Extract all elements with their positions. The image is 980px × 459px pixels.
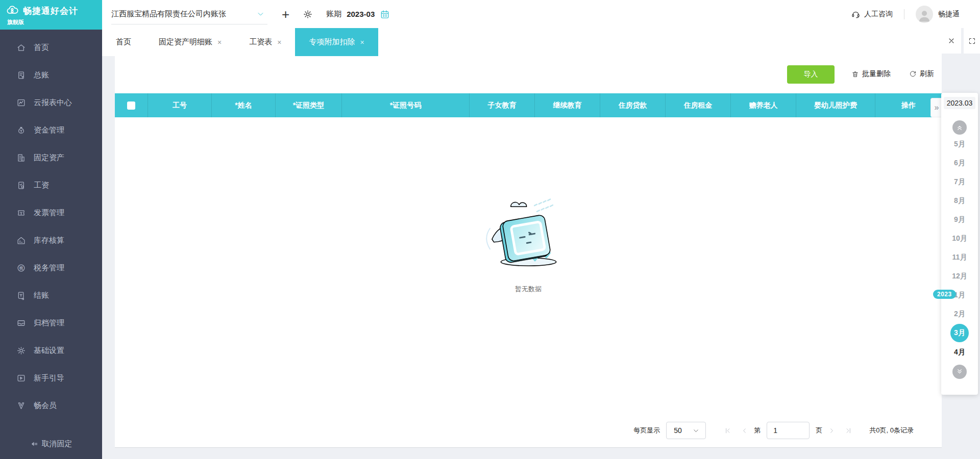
page-prefix: 第 [754, 426, 761, 435]
collapse-left-icon [30, 440, 39, 448]
records-summary: 共0页, 0条记录 [869, 426, 914, 435]
per-page-label: 每页显示 [633, 426, 660, 435]
column-header: 子女教育 [470, 93, 535, 117]
sidebar-item-guide[interactable]: 新手引导 [0, 364, 102, 392]
archive-icon [16, 318, 26, 328]
month-item[interactable]: 9月 [949, 210, 970, 229]
sidebar-item-label: 固定资产 [34, 153, 64, 163]
home-icon [16, 43, 26, 53]
support-link[interactable]: 人工咨询 [851, 9, 893, 19]
sidebar-item-home[interactable]: 首页 [0, 34, 102, 61]
accounting-period: 账期 2023-03 [326, 9, 390, 19]
tab-label: 首页 [116, 37, 131, 47]
unpin-sidebar-button[interactable]: 取消固定 [0, 434, 102, 454]
sidebar: 畅捷通好会计 旗舰版 首页总账云报表中心资金管理固定资产工资发票管理库存核算税税… [0, 0, 102, 459]
date-panel: 2023.03 5月6月7月8月9月10月11月12月1月2月3月4月 2023 [941, 93, 978, 395]
gear-icon[interactable] [303, 9, 313, 19]
tab-payroll-sheet[interactable]: 工资表× [235, 28, 295, 56]
per-page-select[interactable]: 50 [666, 422, 706, 439]
divider [904, 9, 904, 19]
column-header: *证照类型 [276, 93, 342, 117]
prev-page-button[interactable] [741, 427, 748, 435]
svg-text:税: 税 [19, 266, 23, 270]
close-tab-icon[interactable]: × [360, 38, 364, 46]
date-panel-collapse-button[interactable]: » [930, 98, 942, 117]
refresh-icon [909, 70, 917, 78]
close-tab-icon[interactable]: × [217, 38, 222, 46]
sidebar-menu: 首页总账云报表中心资金管理固定资产工资发票管理库存核算税税务管理结账归档管理基础… [0, 30, 102, 419]
last-page-button[interactable] [845, 427, 852, 435]
support-label: 人工咨询 [864, 10, 893, 19]
sidebar-item-tax[interactable]: 税税务管理 [0, 254, 102, 282]
sidebar-item-label: 发票管理 [34, 208, 64, 218]
column-header: 婴幼儿照护费 [796, 93, 875, 117]
column-header: 赡养老人 [731, 93, 796, 117]
refresh-label: 刷新 [920, 69, 934, 79]
select-all-header-cell [115, 93, 148, 117]
closing-icon [16, 291, 26, 300]
sidebar-item-funds[interactable]: 资金管理 [0, 116, 102, 144]
tabs-strip: 首页固定资产明细账×工资表×专项附加扣除× [102, 28, 942, 56]
tab-label: 专项附加扣除 [309, 37, 355, 47]
sidebar-item-label: 归档管理 [34, 318, 64, 328]
username: 畅捷通 [938, 10, 960, 19]
app-logo: 畅捷通好会计 旗舰版 [0, 0, 102, 30]
company-selector[interactable]: 江西服宝精品有限责任公司内账张 [111, 0, 267, 28]
first-page-button[interactable] [724, 427, 731, 435]
invoice-icon [16, 208, 26, 218]
page-number-input[interactable] [767, 422, 810, 439]
tab-special-deduction[interactable]: 专项附加扣除× [295, 28, 378, 56]
brand-name: 畅捷通好会计 [23, 5, 78, 17]
month-item[interactable]: 7月 [949, 172, 970, 191]
month-item[interactable]: 5月 [949, 135, 970, 154]
tab-home[interactable]: 首页 [102, 28, 145, 56]
sidebar-item-ledger[interactable]: 总账 [0, 61, 102, 89]
calendar-icon[interactable] [380, 9, 390, 19]
sidebar-item-member[interactable]: 畅会员 [0, 392, 102, 419]
special-deduction-panel: 导入 批量删除 刷新 工号*姓名*证照类型*证照号码子女教育继续教育住房贷款住房 [115, 56, 942, 448]
empty-state: 暂无数据 [115, 194, 942, 294]
batch-delete-button[interactable]: 批量删除 [851, 69, 891, 79]
month-item[interactable]: 4月 [949, 343, 970, 362]
month-item-selected[interactable]: 3月 [950, 324, 969, 342]
avatar[interactable] [916, 6, 933, 23]
refresh-button[interactable]: 刷新 [909, 69, 934, 79]
sidebar-item-label: 首页 [34, 43, 49, 53]
tab-label: 固定资产明细账 [159, 37, 212, 47]
month-item[interactable]: 11月 [949, 248, 970, 267]
fullscreen-icon[interactable] [964, 28, 980, 54]
sidebar-item-archive[interactable]: 归档管理 [0, 309, 102, 337]
tab-fixed-asset-ledger[interactable]: 固定资产明细账× [145, 28, 235, 56]
close-tab-icon[interactable]: × [277, 38, 281, 46]
column-header: 住房贷款 [600, 93, 666, 117]
table-header-row: 工号*姓名*证照类型*证照号码子女教育继续教育住房贷款住房租金赡养老人婴幼儿照护… [115, 93, 942, 117]
sidebar-item-payroll[interactable]: 工资 [0, 171, 102, 199]
period-label: 账期 [326, 9, 341, 19]
sidebar-item-label: 结账 [34, 291, 49, 300]
month-item[interactable]: 6月 [949, 154, 970, 172]
import-button[interactable]: 导入 [787, 65, 835, 84]
sidebar-item-label: 工资 [34, 181, 49, 190]
column-header: 工号 [148, 93, 212, 117]
next-page-button[interactable] [828, 427, 836, 435]
close-all-tabs-button[interactable] [942, 28, 961, 54]
month-item[interactable]: 8月 [949, 191, 970, 210]
month-item[interactable]: 12月 [949, 267, 970, 286]
sidebar-item-reports[interactable]: 云报表中心 [0, 89, 102, 116]
sidebar-item-label: 新手引导 [34, 373, 64, 383]
current-period-box: 2023.03 [944, 97, 976, 109]
month-item[interactable]: 2月 [949, 304, 970, 323]
sidebar-item-closing[interactable]: 结账 [0, 282, 102, 309]
chevron-down-icon [693, 427, 699, 434]
sidebar-item-inventory[interactable]: 库存核算 [0, 226, 102, 254]
sidebar-item-settings[interactable]: 基础设置 [0, 337, 102, 364]
add-account-button[interactable]: + [282, 8, 289, 21]
select-all-checkbox[interactable] [127, 101, 135, 110]
sidebar-item-label: 畅会员 [34, 401, 57, 411]
scroll-up-icon[interactable] [952, 120, 967, 135]
scroll-down-icon[interactable] [952, 365, 967, 379]
month-item[interactable]: 10月 [949, 229, 970, 248]
sidebar-item-invoice[interactable]: 发票管理 [0, 199, 102, 226]
sidebar-item-assets[interactable]: 固定资产 [0, 144, 102, 171]
ledger-icon [16, 70, 26, 80]
